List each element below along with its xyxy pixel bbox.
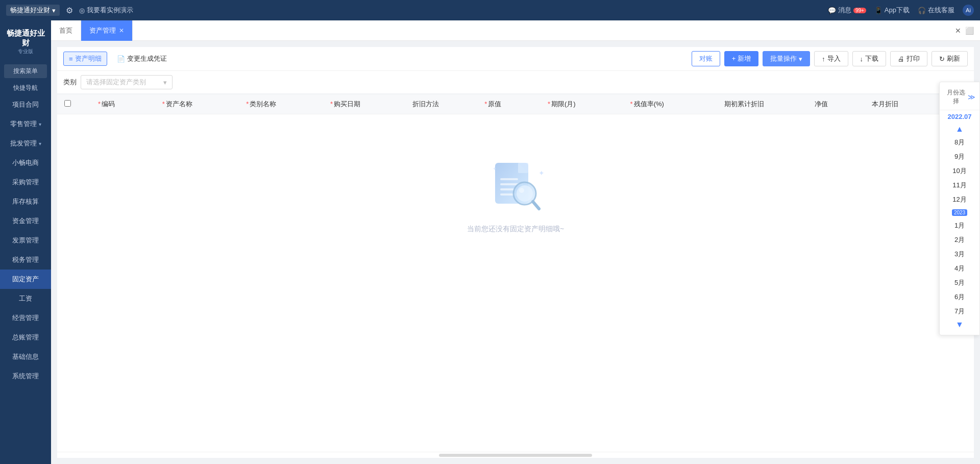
empty-state: ✦ ✦ 当前您还没有固定资产明细哦~: [57, 114, 974, 254]
month-item-12[interactable]: 12月: [940, 192, 979, 207]
scrollbar-thumb[interactable]: [439, 454, 592, 457]
sidebar-item-label: 税务管理: [12, 255, 39, 264]
sidebar-item-basic[interactable]: 基础信息: [0, 347, 51, 367]
month-item-3[interactable]: 3月: [940, 247, 979, 261]
window-close-icon[interactable]: ✕: [955, 27, 961, 35]
month-item-5[interactable]: 5月: [940, 276, 979, 290]
refresh-button[interactable]: ↻ 刷新: [932, 51, 968, 66]
sidebar-item-invoice[interactable]: 发票管理: [0, 231, 51, 250]
print-label: 打印: [906, 54, 920, 63]
table-header-checkbox: [57, 94, 78, 114]
subtab-change-voucher[interactable]: 📄 变更生成凭证: [111, 52, 173, 66]
app-download-button[interactable]: 📱 App下载: [874, 6, 910, 15]
month-item-9[interactable]: 9月: [940, 150, 979, 164]
headset-icon: 🎧: [918, 7, 926, 14]
table-header-accumulated: 期初累计折旧: [693, 94, 796, 114]
month-item-11[interactable]: 11月: [940, 178, 979, 192]
message-icon: 💬: [828, 7, 836, 14]
sidebar-item-ecommerce[interactable]: 小畅电商: [0, 153, 51, 173]
top-bar: 畅捷通好业财 ▾ ⚙ ◎ 我要看实例演示 💬 消息 99+ 📱 App下载 🎧 …: [0, 0, 980, 20]
sidebar-item-ledger[interactable]: 总账管理: [0, 328, 51, 347]
import-icon: ↑: [822, 55, 825, 63]
window-maximize-icon[interactable]: ⬜: [965, 27, 974, 35]
demo-link[interactable]: ◎ 我要看实例演示: [79, 6, 133, 15]
sidebar-item-management[interactable]: 经营管理: [0, 308, 51, 328]
sidebar-item-inventory[interactable]: 库存核算: [0, 192, 51, 211]
download-icon: ↓: [860, 55, 864, 63]
tab-close-icon[interactable]: ✕: [119, 27, 124, 34]
app-download-label: App下载: [885, 6, 910, 15]
horizontal-scrollbar[interactable]: [57, 452, 974, 458]
download-button[interactable]: ↓ 下载: [852, 51, 887, 66]
add-button[interactable]: + 新增: [724, 51, 758, 66]
select-all-checkbox[interactable]: [64, 100, 71, 107]
svg-point-8: [517, 185, 533, 202]
message-label: 消息: [838, 6, 851, 15]
sidebar-item-retail[interactable]: 零售管理 ▾: [0, 114, 51, 134]
table-header-depreciation-method: 折旧方法: [387, 94, 464, 114]
page-content: ≡ 资产明细 📄 变更生成凭证 对账 + 新增: [51, 41, 980, 464]
sidebar-item-purchase[interactable]: 采购管理: [0, 173, 51, 192]
month-item-7-2023[interactable]: 7月: [940, 304, 979, 319]
reconcile-button[interactable]: 对账: [692, 51, 720, 66]
tab-asset-mgmt[interactable]: 资产管理 ✕: [81, 20, 133, 41]
table-header-residual-rate: *残值率(%): [601, 94, 693, 114]
online-service-button[interactable]: 🎧 在线客服: [918, 6, 954, 15]
table-wrap: *编码 *资产名称 *类别名称 *购买日期 折旧方法: [57, 94, 974, 452]
refresh-label: 刷新: [947, 54, 960, 63]
month-picker-header: 月份选择 ≫: [940, 86, 979, 110]
tab-home[interactable]: 首页: [51, 20, 81, 41]
sidebar-item-finance[interactable]: 资金管理: [0, 211, 51, 231]
sidebar-nav[interactable]: 快捷导航: [0, 81, 51, 95]
month-nav-down-icon[interactable]: ▼: [955, 320, 964, 330]
print-button[interactable]: 🖨 打印: [890, 51, 927, 66]
chevron-down-icon: ▾: [799, 55, 802, 63]
user-menu[interactable]: Ai: [963, 5, 974, 16]
table-header-original-value: *原值: [464, 94, 522, 114]
message-button[interactable]: 💬 消息 99+: [828, 6, 866, 15]
sidebar-item-wholesale[interactable]: 批发管理 ▾: [0, 134, 51, 153]
empty-row: ✦ ✦ 当前您还没有固定资产明细哦~: [57, 114, 974, 255]
sidebar-item-label: 零售管理: [10, 119, 37, 129]
sidebar-item-salary[interactable]: 工资: [0, 289, 51, 308]
subtab-asset-detail[interactable]: ≡ 资产明细: [63, 52, 107, 66]
sidebar-item-label: 项目合同: [12, 100, 39, 109]
month-picker-toggle-icon[interactable]: ≫: [968, 93, 975, 101]
month-item-2[interactable]: 2月: [940, 233, 979, 247]
sidebar-item-label: 采购管理: [12, 178, 39, 187]
sidebar-item-label: 经营管理: [12, 313, 39, 323]
sidebar-item-label: 系统管理: [12, 372, 39, 381]
category-filter[interactable]: 请选择固定资产类别 ▾: [81, 75, 173, 89]
month-item-1[interactable]: 1月: [940, 218, 979, 233]
demo-icon: ◎: [79, 7, 85, 14]
main-layout: 畅捷通好业财 专业版 搜索菜单 快捷导航 项目合同 零售管理 ▾ 批发管理 ▾ …: [0, 20, 980, 464]
import-button[interactable]: ↑ 导入: [814, 51, 848, 66]
app-edition: 专业版: [4, 48, 47, 55]
svg-rect-3: [500, 178, 518, 180]
app-name: 畅捷通好业财: [4, 29, 47, 48]
company-selector[interactable]: 畅捷通好业财 ▾: [6, 5, 60, 16]
content-area: 首页 资产管理 ✕ ✕ ⬜ ≡ 资产明细: [51, 20, 980, 464]
top-bar-right: 💬 消息 99+ 📱 App下载 🎧 在线客服 Ai: [828, 5, 974, 16]
month-item-10[interactable]: 10月: [940, 164, 979, 178]
sidebar-item-label: 工资: [19, 294, 32, 303]
batch-button[interactable]: 批量操作 ▾: [763, 51, 810, 66]
month-item-6[interactable]: 6月: [940, 290, 979, 304]
sidebar-logo: 畅捷通好业财 专业版: [0, 25, 51, 59]
settings-button[interactable]: ⚙: [64, 4, 75, 17]
sidebar-item-tax[interactable]: 税务管理: [0, 250, 51, 270]
user-avatar: Ai: [963, 5, 974, 16]
month-item-8[interactable]: 8月: [940, 135, 979, 150]
table-header-category: *类别名称: [219, 94, 304, 114]
table-header-net-value: 净值: [796, 94, 846, 114]
sidebar-item-fixed-assets[interactable]: 固定资产: [0, 270, 51, 289]
month-picker-selected[interactable]: 2022.07: [940, 110, 979, 123]
sidebar-item-project[interactable]: 项目合同: [0, 95, 51, 114]
month-item-4[interactable]: 4月: [940, 261, 979, 276]
sidebar-search[interactable]: 搜索菜单: [4, 64, 47, 78]
tab-bar: 首页 资产管理 ✕ ✕ ⬜: [51, 20, 980, 41]
asset-table: *编码 *资产名称 *类别名称 *购买日期 折旧方法: [57, 94, 974, 254]
month-nav-up-icon[interactable]: ▲: [955, 124, 964, 134]
chevron-down-icon: ▾: [39, 141, 41, 146]
sidebar-item-system[interactable]: 系统管理: [0, 367, 51, 386]
